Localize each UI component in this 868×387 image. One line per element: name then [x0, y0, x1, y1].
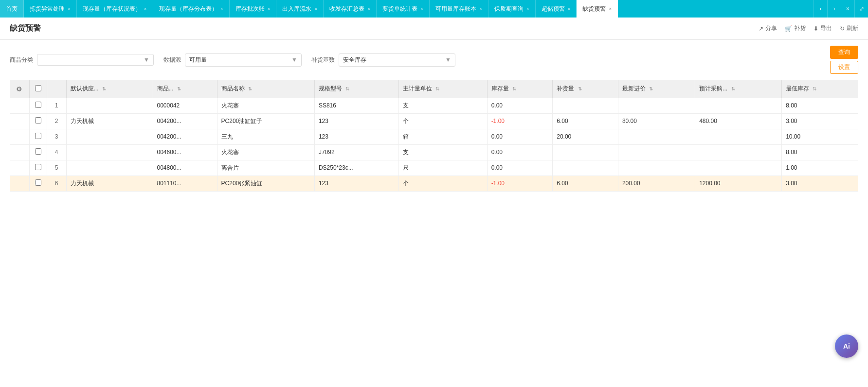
th-product-code[interactable]: 商品... ⇅ [153, 80, 217, 98]
nav-tab-6-close[interactable]: × [367, 6, 370, 12]
nav-tab-11[interactable]: 缺货预警 × [577, 0, 618, 18]
nav-tab-2-close[interactable]: × [144, 6, 147, 12]
th-restock-qty[interactable]: 补货量 ⇅ [553, 80, 618, 98]
th-stock-qty[interactable]: 库存量 ⇅ [487, 80, 553, 98]
select-all-checkbox[interactable] [35, 85, 41, 91]
nav-tab-3[interactable]: 现存量（库存分布表） × [153, 0, 230, 18]
ai-assistant-button[interactable]: Ai [835, 334, 858, 358]
page-title: 缺货预警 [10, 23, 759, 34]
restock-base-select[interactable]: 安全库存 ▼ [339, 53, 455, 67]
nav-tab-7[interactable]: 要货单统计表 × [377, 0, 430, 18]
row-checkbox-3[interactable] [35, 148, 41, 155]
nav-tab-2[interactable]: 现存量（库存状况表） × [77, 0, 153, 18]
table-container: ⚙ 默认供应... ⇅ 商品... ⇅ 商品名称 [0, 80, 868, 192]
nav-tab-8-close[interactable]: × [479, 6, 482, 12]
th-spec[interactable]: 规格型号 ⇅ [314, 80, 398, 98]
refresh-button[interactable]: ↻ 刷新 [840, 24, 858, 33]
row-checkbox-5[interactable] [35, 179, 41, 186]
row-index-cell-1: 2 [47, 113, 66, 129]
share-button[interactable]: ↗ 分享 [759, 24, 777, 33]
nav-tab-8[interactable]: 可用量库存账本 × [430, 0, 488, 18]
nav-close-button[interactable]: × [841, 0, 854, 18]
row-minstock-cell-3: 8.00 [782, 144, 858, 160]
settings-button[interactable]: 设置 [830, 61, 858, 74]
category-select[interactable]: ▼ [37, 54, 154, 66]
query-button[interactable]: 查询 [830, 46, 858, 59]
filter-bar: 商品分类 ▼ 数据源 可用量 ▼ 补货基数 安全库存 ▼ 查询 设置 [0, 40, 868, 80]
th-est-purchase[interactable]: 预计采购... ⇅ [695, 80, 782, 98]
row-checkbox-4[interactable] [35, 164, 41, 170]
column-settings-icon[interactable]: ⚙ [16, 85, 22, 93]
nav-tab-11-close[interactable]: × [609, 6, 612, 12]
sort-code-icon: ⇅ [177, 86, 181, 91]
nav-next-button[interactable]: › [827, 0, 841, 18]
nav-tab-home[interactable]: 首页 [0, 0, 24, 18]
sort-price-icon: ⇅ [649, 86, 653, 91]
restock-button[interactable]: 🛒 补货 [785, 24, 806, 33]
nav-tab-10[interactable]: 超储预警 × [536, 0, 577, 18]
nav-tab-5-close[interactable]: × [314, 6, 317, 12]
th-product-name[interactable]: 商品名称 ⇅ [217, 80, 314, 98]
export-icon: ⬇ [814, 25, 818, 32]
nav-tab-9-close[interactable]: × [526, 6, 529, 12]
nav-tab-6[interactable]: 收发存汇总表 × [324, 0, 377, 18]
row-name-cell-0: 火花塞 [217, 98, 314, 113]
row-code-cell-5: 801110... [153, 176, 217, 191]
row-minstock-cell-5: 3.00 [782, 176, 858, 191]
row-price-cell-4 [618, 160, 695, 176]
nav-tab-5[interactable]: 出入库流水 × [276, 0, 324, 18]
nav-tab-1[interactable]: 拣货异常处理 × [24, 0, 77, 18]
row-checkbox-2[interactable] [35, 133, 41, 139]
row-spec-cell-1: 123 [314, 113, 398, 129]
row-spec-cell-0: SS816 [314, 98, 398, 113]
row-minstock-cell-4: 1.00 [782, 160, 858, 176]
th-min-stock-label: 最低库存 [786, 85, 809, 92]
row-unit-cell-3: 支 [398, 144, 487, 160]
row-settings-cell [10, 144, 29, 160]
th-unit[interactable]: 主计量单位 ⇅ [398, 80, 487, 98]
nav-tab-3-close[interactable]: × [220, 6, 223, 12]
nav-tab-10-close[interactable]: × [568, 6, 571, 12]
nav-tab-8-label: 可用量库存账本 [435, 5, 476, 13]
th-default-supplier[interactable]: 默认供应... ⇅ [66, 80, 153, 98]
export-button[interactable]: ⬇ 导出 [814, 24, 832, 33]
th-spec-label: 规格型号 [319, 85, 342, 92]
row-stock-cell-5: -1.00 [487, 176, 553, 191]
nav-tab-4-close[interactable]: × [268, 6, 271, 12]
refresh-label: 刷新 [847, 24, 858, 33]
row-est-cell-5: 1200.00 [695, 176, 782, 191]
row-minstock-cell-0: 8.00 [782, 98, 858, 113]
row-code-cell-4: 004800... [153, 160, 217, 176]
row-checkbox-0[interactable] [35, 102, 41, 108]
page-header: 缺货预警 ↗ 分享 🛒 补货 ⬇ 导出 ↻ 刷新 [0, 18, 868, 40]
th-latest-price[interactable]: 最新进价 ⇅ [618, 80, 695, 98]
nav-tab-7-label: 要货单统计表 [382, 5, 417, 13]
row-stock-cell-2: 0.00 [487, 129, 553, 144]
datasource-filter-group: 数据源 可用量 ▼ [163, 53, 302, 67]
sort-unit-icon: ⇅ [435, 86, 439, 91]
row-stock-cell-0: 0.00 [487, 98, 553, 113]
row-price-cell-0 [618, 98, 695, 113]
nav-tab-7-close[interactable]: × [420, 6, 423, 12]
row-name-cell-5: PC200张紧油缸 [217, 176, 314, 191]
nav-tab-10-label: 超储预警 [542, 5, 565, 13]
row-index-cell-5: 6 [47, 176, 66, 191]
datasource-select[interactable]: 可用量 ▼ [185, 53, 302, 67]
nav-tab-1-close[interactable]: × [68, 6, 71, 12]
category-filter-label: 商品分类 [10, 56, 33, 64]
row-supplier-cell-1: 力天机械 [66, 113, 153, 129]
nav-tab-9[interactable]: 保质期查询 × [488, 0, 536, 18]
row-index-cell-2: 3 [47, 129, 66, 144]
nav-tab-4[interactable]: 库存批次账 × [230, 0, 277, 18]
nav-prev-button[interactable]: ‹ [814, 0, 827, 18]
top-nav: 首页 拣货异常处理 × 现存量（库存状况表） × 现存量（库存分布表） × 库存… [0, 0, 868, 18]
th-min-stock[interactable]: 最低库存 ⇅ [782, 80, 858, 98]
ai-label: Ai [843, 342, 850, 350]
nav-fullscreen-button[interactable]: ⤢ [854, 0, 868, 18]
row-name-cell-2: 三九 [217, 129, 314, 144]
row-minstock-cell-2: 10.00 [782, 129, 858, 144]
row-spec-cell-2: 123 [314, 129, 398, 144]
row-checkbox-1[interactable] [35, 117, 41, 123]
nav-controls: ‹ › × ⤢ [814, 0, 868, 18]
export-label: 导出 [820, 24, 832, 33]
